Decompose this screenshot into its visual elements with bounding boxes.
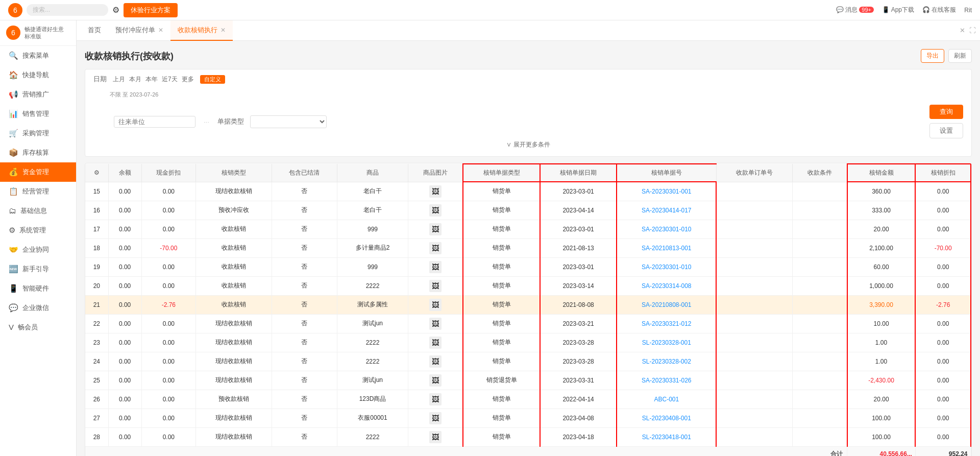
expand-conditions-row[interactable]: ∨ 展开更多条件 <box>93 138 963 151</box>
industry-solution-button[interactable]: 休验行业方案 <box>124 3 178 17</box>
cell-r0-c7: 销货单 <box>463 182 540 201</box>
cell-r11-c7: 销货单 <box>463 390 540 409</box>
sidebar-item-purchase-mgmt[interactable]: 🛒采购管理 <box>0 124 76 143</box>
bill-no-link-13[interactable]: SL-20230418-001 <box>642 434 691 441</box>
cell-r7-c10 <box>716 314 792 333</box>
cell-r13-c6: 🖼 <box>408 427 463 446</box>
cell-r7-c8: 2023-03-21 <box>540 314 617 333</box>
bill-no-link-3[interactable]: SA-20210813-001 <box>642 245 691 252</box>
date-this-month[interactable]: 本月 <box>129 75 141 84</box>
cell-r7-c3: 现结收款核销 <box>196 314 272 333</box>
cell-r1-c10 <box>716 201 792 220</box>
cell-r7-c11 <box>792 314 847 333</box>
cell-r10-c6: 🖼 <box>408 371 463 390</box>
bill-no-link-2[interactable]: SA-20230301-010 <box>642 226 691 233</box>
close-tab-icon[interactable]: ✕ <box>960 27 965 34</box>
bill-no-link-8[interactable]: SL-20230328-001 <box>642 339 691 346</box>
wechat-corp-icon: 💬 <box>9 303 18 313</box>
settings-icon[interactable]: ⚙ <box>112 5 119 15</box>
cell-r3-c11 <box>792 238 847 257</box>
query-button[interactable]: 查询 <box>929 105 963 119</box>
sidebar-item-inventory[interactable]: 📦库存核算 <box>0 143 76 162</box>
cell-r11-c13: 0.00 <box>915 390 971 409</box>
cell-r12-c4: 否 <box>272 409 337 427</box>
bill-no-link-11[interactable]: ABC-001 <box>654 396 679 403</box>
cell-r11-c1: 0.00 <box>108 390 141 409</box>
top-search-box[interactable]: 搜索... <box>27 4 108 16</box>
tab-home[interactable]: 首页 <box>81 20 108 41</box>
bill-no-link-1[interactable]: SA-20230414-017 <box>642 207 691 214</box>
bill-no-link-6[interactable]: SA-20210808-001 <box>642 301 691 308</box>
cell-r11-c6: 🖼 <box>408 390 463 409</box>
cell-r3-c2: -70.00 <box>141 238 196 257</box>
col-header-13: 核销折扣 <box>915 164 971 182</box>
cell-r0-c9: SA-20230301-001 <box>617 182 716 201</box>
sidebar-item-marketing[interactable]: 📢营销推广 <box>0 85 76 104</box>
tab-receipt-writeoff[interactable]: 收款核销执行✕ <box>170 20 233 41</box>
expand-tab-icon[interactable]: ⛶ <box>969 27 976 34</box>
col-header-1: 余额 <box>108 164 141 182</box>
cell-r11-c10 <box>716 390 792 409</box>
bill-no-link-12[interactable]: SL-20230408-001 <box>642 415 691 422</box>
sidebar-item-search-menu[interactable]: 🔍搜索菜单 <box>0 46 76 65</box>
page-content: 收款核销执行(按收款) 导出 刷新 日期 上月 本月 本年 近7天 更多 <box>77 41 980 456</box>
cell-r2-c1: 0.00 <box>108 220 141 238</box>
cell-r4-c1: 0.00 <box>108 257 141 276</box>
cell-r8-c9: SL-20230328-001 <box>617 333 716 352</box>
quick-nav-label: 快捷导航 <box>22 70 49 80</box>
cell-r11-c0: 26 <box>85 390 108 409</box>
sidebar-item-biz-mgmt[interactable]: 📋经营管理 <box>0 182 76 201</box>
newcomer-label: 新手引导 <box>22 265 49 274</box>
cell-r3-c1: 0.00 <box>108 238 141 257</box>
cell-r10-c13: 0.00 <box>915 371 971 390</box>
sidebar-item-smart-hw[interactable]: 📱智能硬件 <box>0 279 76 298</box>
top-bar-left: 6 搜索... ⚙ 休验行业方案 <box>8 3 830 17</box>
sidebar-item-quick-nav[interactable]: 🏠快捷导航 <box>0 65 76 85</box>
bill-no-link-4[interactable]: SA-20230301-010 <box>642 263 691 271</box>
sidebar-item-system-mgmt[interactable]: ⚙系统管理 <box>0 221 76 240</box>
tab-prepay-conflict[interactable]: 预付冲应付单✕ <box>108 20 170 41</box>
filter-settings-button[interactable]: 设置 <box>929 123 963 138</box>
sales-mgmt-label: 销售管理 <box>22 109 49 118</box>
cell-r10-c10 <box>716 371 792 390</box>
date-this-year[interactable]: 本年 <box>145 75 158 84</box>
message-icon[interactable]: 💬 消息 99+ <box>836 6 874 14</box>
sidebar-item-vip[interactable]: V畅会员 <box>0 318 76 337</box>
export-button[interactable]: 导出 <box>921 49 944 63</box>
cell-r6-c9: SA-20210808-001 <box>617 295 716 314</box>
bill-no-link-10[interactable]: SA-20230331-026 <box>642 377 691 384</box>
from-unit-input[interactable] <box>114 116 195 128</box>
cell-r12-c8: 2023-04-08 <box>540 409 617 427</box>
refresh-button[interactable]: 刷新 <box>948 49 972 63</box>
sidebar-item-corp-collab[interactable]: 🤝企业协同 <box>0 240 76 259</box>
sidebar-item-wechat-corp[interactable]: 💬企业微信 <box>0 298 76 318</box>
cell-r7-c5: 测试jun <box>337 314 408 333</box>
sidebar-item-newcomer[interactable]: 🆕新手引导 <box>0 259 76 279</box>
cell-r13-c0: 28 <box>85 427 108 446</box>
sidebar-item-capital-mgmt[interactable]: 💰资金管理 <box>0 162 76 182</box>
expand-icon: ∨ <box>506 141 511 148</box>
sidebar-item-basic-info[interactable]: 🗂基础信息 <box>0 201 76 221</box>
cell-r1-c2: 0.00 <box>141 201 196 220</box>
cell-r3-c12: 2,100.00 <box>847 238 916 257</box>
app-download-link[interactable]: 📱 App下载 <box>882 6 914 14</box>
purchase-mgmt-icon: 🛒 <box>9 129 18 138</box>
bill-no-link-5[interactable]: SA-20230314-008 <box>642 282 691 290</box>
bill-no-link-7[interactable]: SA-20230321-012 <box>642 320 691 327</box>
cell-r9-c8: 2023-03-28 <box>540 352 617 371</box>
online-service-link[interactable]: 🎧 在线客服 <box>922 6 956 14</box>
tab-close-receipt-writeoff[interactable]: ✕ <box>220 27 226 34</box>
bill-no-link-0[interactable]: SA-20230301-001 <box>642 188 691 195</box>
date-last-month[interactable]: 上月 <box>113 75 125 84</box>
bill-type-select[interactable] <box>250 115 327 128</box>
cell-r3-c4: 否 <box>272 238 337 257</box>
tab-bar: 首页预付冲应付单✕收款核销执行✕ ✕ ⛶ <box>77 20 980 41</box>
date-7days[interactable]: 近7天 <box>162 75 178 84</box>
sidebar-item-sales-mgmt[interactable]: 📊销售管理 <box>0 104 76 124</box>
bill-no-link-9[interactable]: SL-20230328-002 <box>642 358 691 365</box>
cell-r6-c13: -2.76 <box>915 295 971 314</box>
custom-date-button[interactable]: 自定义 <box>200 75 225 84</box>
tab-close-prepay-conflict[interactable]: ✕ <box>158 27 163 34</box>
inventory-label: 库存核算 <box>22 148 49 157</box>
date-more[interactable]: 更多 <box>182 75 194 84</box>
